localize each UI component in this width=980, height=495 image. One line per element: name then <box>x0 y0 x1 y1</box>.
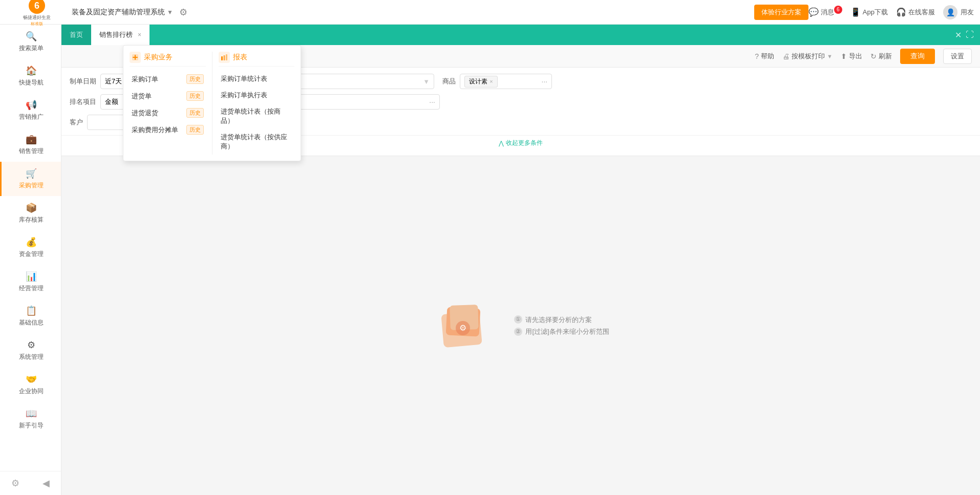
sidebar-collapse-btn[interactable]: ◀ <box>42 478 50 489</box>
user-area[interactable]: 👤 用友 <box>943 5 974 19</box>
purchase-col-icon <box>130 52 141 63</box>
tab-bar: 首页 销售排行榜 × ✕ ⛶ <box>61 25 980 45</box>
guide-icon: 📖 <box>26 408 37 419</box>
sidebar-item-label: 系统管理 <box>19 353 44 361</box>
empty-state: ⚙ ① 请先选择要分析的方案 ② 用[过滤]条件来缩小分析范围 <box>61 156 980 495</box>
customer-label: 客户 <box>70 118 83 127</box>
voucher-status-select[interactable]: ▼ <box>281 74 434 89</box>
online-service-btn[interactable]: 🎧 在线客服 <box>896 7 935 17</box>
sidebar-item-basic[interactable]: 📋 基础信息 <box>0 299 61 333</box>
sidebar-item-capital[interactable]: 💰 资金管理 <box>0 230 61 265</box>
svg-rect-8 <box>226 54 227 60</box>
search-icon: 🔍 <box>26 31 37 42</box>
message-icon: 💬 <box>808 7 819 17</box>
sidebar-item-label: 新手引导 <box>19 421 44 430</box>
history-badge: 历史 <box>186 108 204 118</box>
svg-text:⚙: ⚙ <box>459 324 466 332</box>
refresh-icon: ↻ <box>870 52 877 60</box>
system-title: 装备及固定资产辅助管理系统 ▼ ⚙ <box>72 7 754 18</box>
sidebar-item-search[interactable]: 🔍 搜索菜单 <box>0 25 61 59</box>
headset-icon: 🎧 <box>896 7 906 17</box>
goods-select[interactable]: 设计素 × ··· <box>460 74 552 89</box>
svg-rect-7 <box>223 55 225 60</box>
print-icon: 🖨 <box>782 52 790 60</box>
dropdown-item-inbound[interactable]: 进货单 历史 <box>130 88 206 104</box>
chevron-down-icon: ▼ <box>423 78 430 85</box>
system-title-dropdown[interactable]: ▼ <box>167 9 173 16</box>
capital-icon: 💰 <box>26 236 37 248</box>
print-btn[interactable]: 🖨 按模板打印 ▼ <box>782 52 833 61</box>
sidebar-item-guide[interactable]: 📖 新手引导 <box>0 402 61 436</box>
sidebar-item-purchase[interactable]: 🛒 采购管理 <box>0 162 61 196</box>
industry-btn[interactable]: 体验行业方案 <box>754 5 808 20</box>
tab-close-btn[interactable]: × <box>138 31 141 38</box>
tab-bar-controls: ✕ ⛶ <box>955 30 980 40</box>
basic-icon: 📋 <box>26 305 37 316</box>
dropdown-col-purchase-header: 采购业务 <box>130 52 206 67</box>
history-badge: 历史 <box>186 125 204 135</box>
print-dropdown-icon[interactable]: ▼ <box>827 53 833 59</box>
hint-item-1: ① 请先选择要分析的方案 <box>514 314 609 326</box>
sidebar: 🔍 搜索菜单 🏠 快捷导航 📢 营销推广 💼 销售管理 🛒 采购管理 📦 库存核… <box>0 25 61 495</box>
dropdown-item-purchase-expense[interactable]: 采购费用分摊单 历史 <box>130 121 206 138</box>
sidebar-item-label: 企业协同 <box>19 387 44 396</box>
sidebar-item-label: 资金管理 <box>19 250 44 259</box>
message-btn[interactable]: 💬 消息 6 <box>808 7 842 17</box>
purchase-icon: 🛒 <box>26 168 37 179</box>
app-btn[interactable]: 📱 App下载 <box>850 7 888 17</box>
sidebar-item-label: 经营管理 <box>19 284 44 293</box>
logo-icon: 6 <box>29 0 45 14</box>
avatar: 👤 <box>943 5 957 19</box>
dropdown-item-purchase-order-stats[interactable]: 采购订单统计表 <box>219 71 295 87</box>
message-badge: 6 <box>834 6 842 14</box>
sidebar-item-inventory[interactable]: 📦 库存核算 <box>0 196 61 230</box>
refresh-btn[interactable]: ↻ 刷新 <box>870 52 892 61</box>
dropdown-item-inbound-return[interactable]: 进货退货 历史 <box>130 104 206 121</box>
svg-rect-6 <box>221 56 223 60</box>
content-area: 首页 销售排行榜 × ✕ ⛶ ? 帮助 🖨 按模板打印 ▼ ⬆ <box>61 25 980 495</box>
tab-sales-rank[interactable]: 销售排行榜 × <box>91 25 150 45</box>
export-btn[interactable]: ⬆ 导出 <box>841 52 862 61</box>
dropdown-item-purchase-order-exec[interactable]: 采购订单执行表 <box>219 87 295 103</box>
tab-maximize-btn[interactable]: ⛶ <box>966 30 974 39</box>
tab-home[interactable]: 首页 <box>61 25 91 45</box>
sidebar-item-label: 采购管理 <box>19 181 44 190</box>
operations-icon: 📊 <box>26 271 37 282</box>
marketing-icon: 📢 <box>26 99 37 111</box>
goods-more-btn[interactable]: ··· <box>542 77 548 85</box>
dropdown-menu: 采购业务 采购订单 历史 进货单 历史 进货退货 历史 采购费用分摊单 历史 <box>123 45 301 161</box>
dropdown-col-report-title: 报表 <box>233 53 247 62</box>
sidebar-bottom: ⚙ ◀ <box>0 471 61 495</box>
dropdown-item-inbound-stats-supplier[interactable]: 进货单统计表（按供应商） <box>219 129 295 155</box>
dropdown-col-report-header: 报表 <box>219 52 295 67</box>
sidebar-item-sales[interactable]: 💼 销售管理 <box>0 127 61 162</box>
sidebar-item-marketing[interactable]: 📢 营销推广 <box>0 93 61 127</box>
history-badge: 历史 <box>186 74 204 84</box>
dropdown-col-purchase-title: 采购业务 <box>144 53 173 62</box>
sidebar-item-label: 基础信息 <box>19 318 44 327</box>
goods-tag-close[interactable]: × <box>489 78 493 84</box>
settings-icon[interactable]: ⚙ <box>179 7 187 18</box>
salesman-more-btn[interactable]: ··· <box>429 98 435 106</box>
logo-badge: 标准版 <box>31 21 43 27</box>
goods-label: 商品 <box>442 77 456 86</box>
help-btn[interactable]: ? 帮助 <box>755 52 774 61</box>
salesman-select[interactable]: ··· <box>286 94 440 110</box>
tab-close-window-btn[interactable]: ✕ <box>955 30 962 40</box>
sidebar-item-enterprise[interactable]: 🤝 企业协同 <box>0 368 61 402</box>
logo-text: 畅捷通好生意 <box>23 14 51 21</box>
settings-btn[interactable]: 设置 <box>943 49 972 64</box>
dropdown-col-report: 报表 采购订单统计表 采购订单执行表 进货单统计表（按商品） 进货单统计表（按供… <box>212 52 301 155</box>
sidebar-item-operations[interactable]: 📊 经营管理 <box>0 265 61 299</box>
dropdown-item-inbound-stats-goods[interactable]: 进货单统计表（按商品） <box>219 103 295 129</box>
help-icon: ? <box>755 52 759 60</box>
sidebar-item-system[interactable]: ⚙ 系统管理 <box>0 333 61 368</box>
goods-tag: 设计素 × <box>464 76 497 88</box>
sidebar-item-label: 搜索菜单 <box>19 44 44 53</box>
sidebar-settings-btn[interactable]: ⚙ <box>11 478 19 489</box>
query-btn[interactable]: 查询 <box>900 49 935 64</box>
sidebar-item-quick-nav[interactable]: 🏠 快捷导航 <box>0 59 61 93</box>
system-icon: ⚙ <box>27 339 35 351</box>
dropdown-col-purchase: 采购业务 采购订单 历史 进货单 历史 进货退货 历史 采购费用分摊单 历史 <box>123 52 212 155</box>
dropdown-item-purchase-order[interactable]: 采购订单 历史 <box>130 71 206 88</box>
